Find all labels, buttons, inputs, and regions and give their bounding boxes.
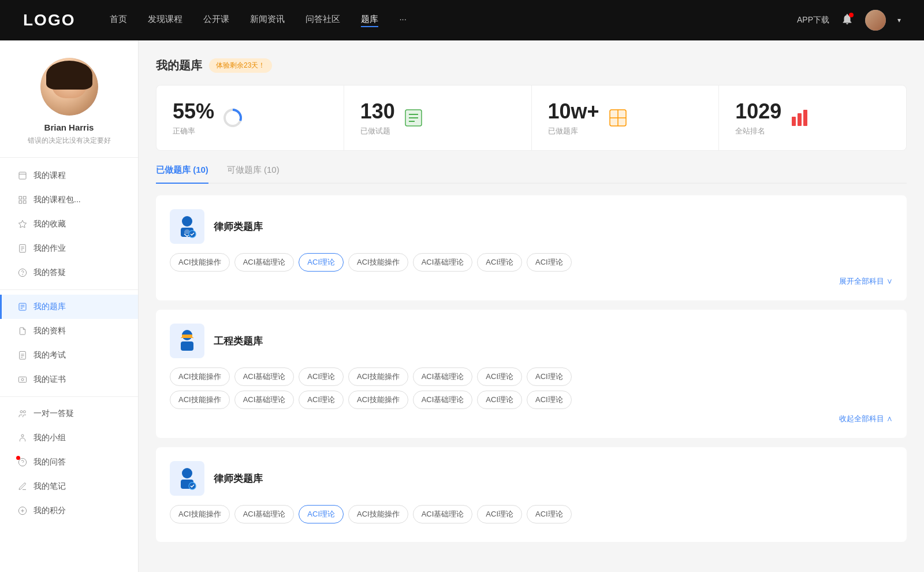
- tag-2-0[interactable]: ACI技能操作: [170, 367, 230, 386]
- tag-3-6[interactable]: ACI理论: [527, 505, 572, 523]
- sidebar-item-favorites[interactable]: 我的收藏: [0, 212, 138, 236]
- svg-rect-2: [19, 196, 22, 199]
- tag-3-0[interactable]: ACI技能操作: [170, 505, 230, 523]
- tag-2-1[interactable]: ACI基础理论: [234, 367, 295, 386]
- tag-2b-4[interactable]: ACI基础理论: [413, 391, 473, 409]
- tag-2b-1[interactable]: ACI基础理论: [234, 391, 295, 409]
- svg-point-26: [18, 458, 26, 466]
- tag-3-1[interactable]: ACI基础理论: [234, 505, 295, 523]
- stat-done-questions: 130 已做试题: [344, 86, 532, 150]
- nav-menu: 首页 发现课程 公开课 新闻资讯 问答社区 题库 ···: [110, 14, 797, 27]
- tab-available[interactable]: 可做题库 (10): [227, 165, 280, 183]
- lawyer-icon-1: [170, 209, 204, 244]
- tab-done[interactable]: 已做题库 (10): [156, 165, 208, 183]
- nav-open-course[interactable]: 公开课: [203, 14, 229, 27]
- sidebar-item-homework[interactable]: 我的作业: [0, 236, 138, 261]
- tag-1-2[interactable]: ACI理论: [299, 253, 344, 272]
- expand-link-1[interactable]: 展开全部科目 ∨: [170, 276, 893, 287]
- cert-icon: [17, 374, 28, 385]
- sidebar-item-qa[interactable]: 我的答疑: [0, 261, 138, 285]
- tag-2-6[interactable]: ACI理论: [527, 367, 572, 386]
- sidebar-item-quiz[interactable]: 我的题库: [0, 295, 138, 319]
- sidebar-item-package[interactable]: 我的课程包...: [0, 188, 138, 212]
- exam-icon: [17, 350, 28, 361]
- tag-2b-2[interactable]: ACI理论: [299, 391, 344, 409]
- homework-icon: [17, 243, 28, 254]
- user-dropdown-arrow[interactable]: ▾: [897, 16, 901, 24]
- file-icon: [17, 326, 28, 336]
- sidebar-item-cert[interactable]: 我的证书: [0, 367, 138, 392]
- tags-row-1: ACI技能操作 ACI基础理论 ACI理论 ACI技能操作 ACI基础理论 AC…: [170, 253, 893, 272]
- sidebar-item-points[interactable]: 我的积分: [0, 499, 138, 523]
- tag-2b-0[interactable]: ACI技能操作: [170, 391, 230, 409]
- quiz-title-3: 律师类题库: [214, 472, 263, 485]
- stat-value-done: 130: [360, 99, 395, 124]
- sidebar-item-exam[interactable]: 我的考试: [0, 343, 138, 367]
- quiz-section-engineer: 工程类题库 ACI技能操作 ACI基础理论 ACI理论 ACI技能操作 ACI基…: [156, 310, 907, 438]
- svg-rect-49: [181, 341, 193, 351]
- pie-chart-icon: [222, 107, 243, 128]
- svg-point-11: [18, 269, 26, 276]
- tag-1-0[interactable]: ACI技能操作: [170, 253, 230, 272]
- tag-1-4[interactable]: ACI基础理论: [413, 253, 473, 272]
- tag-2b-3[interactable]: ACI技能操作: [348, 391, 408, 409]
- sidebar-item-oneone[interactable]: 一对一答疑: [0, 402, 138, 426]
- nav-news[interactable]: 新闻资讯: [250, 14, 285, 27]
- navbar-right: APP下载 ▾: [797, 10, 901, 31]
- svg-marker-6: [18, 220, 26, 228]
- stat-label-quiz: 已做题库: [548, 126, 599, 136]
- tag-2-2[interactable]: ACI理论: [299, 367, 344, 386]
- tag-1-6[interactable]: ACI理论: [527, 253, 572, 272]
- stat-label-done: 已做试题: [360, 126, 395, 136]
- grid-icon: [608, 107, 628, 128]
- nav-quiz[interactable]: 题库: [361, 14, 378, 27]
- svg-rect-42: [798, 113, 802, 126]
- sidebar-item-data[interactable]: 我的资料: [0, 319, 138, 343]
- tag-3-3[interactable]: ACI技能操作: [348, 505, 408, 523]
- user-name: Brian Harris: [44, 122, 94, 132]
- points-icon: [17, 506, 28, 516]
- tag-1-5[interactable]: ACI理论: [477, 253, 522, 272]
- nav-home[interactable]: 首页: [110, 14, 127, 27]
- sidebar-item-qanda[interactable]: 我的问答: [0, 450, 138, 474]
- app-download[interactable]: APP下载: [797, 15, 829, 25]
- section-header: 我的题库 体验剩余23天！: [156, 58, 907, 73]
- collapse-link-2[interactable]: 收起全部科目 ∧: [170, 414, 893, 424]
- nav-qa[interactable]: 问答社区: [305, 14, 340, 27]
- svg-point-51: [182, 468, 192, 478]
- nav-discover[interactable]: 发现课程: [148, 14, 182, 27]
- tag-2-3[interactable]: ACI技能操作: [348, 367, 408, 386]
- quiz-section-header-3: 律师类题库: [170, 461, 893, 496]
- tag-3-2[interactable]: ACI理论: [299, 505, 344, 523]
- sidebar-item-course[interactable]: 我的课程: [0, 164, 138, 188]
- tags-row-3: ACI技能操作 ACI基础理论 ACI理论 ACI技能操作 ACI基础理论 AC…: [170, 505, 893, 523]
- stats-row: 55% 正确率 130 已做试题: [156, 85, 907, 151]
- qa-dot: [16, 456, 20, 460]
- stat-done-quiz: 10w+ 已做题库: [532, 86, 720, 150]
- user-avatar-nav[interactable]: [865, 10, 886, 31]
- lawyer-icon-2: [170, 461, 204, 496]
- svg-rect-17: [20, 351, 26, 359]
- sidebar-item-group[interactable]: 我的小组: [0, 426, 138, 450]
- sidebar-item-notes[interactable]: 我的笔记: [0, 474, 138, 499]
- tag-3-4[interactable]: ACI基础理论: [413, 505, 473, 523]
- tag-1-3[interactable]: ACI技能操作: [348, 253, 408, 272]
- tag-2b-6[interactable]: ACI理论: [527, 391, 572, 409]
- tag-1-1[interactable]: ACI基础理论: [234, 253, 295, 272]
- note-icon: [17, 481, 28, 492]
- svg-point-44: [182, 216, 192, 226]
- tag-2-5[interactable]: ACI理论: [477, 367, 522, 386]
- tag-2-4[interactable]: ACI基础理论: [413, 367, 473, 386]
- quiz-section-lawyer-1: 律师类题库 ACI技能操作 ACI基础理论 ACI理论 ACI技能操作 ACI基…: [156, 195, 907, 300]
- tag-3-5[interactable]: ACI理论: [477, 505, 522, 523]
- tabs-row: 已做题库 (10) 可做题库 (10): [156, 165, 907, 184]
- tag-2b-5[interactable]: ACI理论: [477, 391, 522, 409]
- notification-dot: [849, 13, 854, 17]
- user-profile: Brian Harris 错误的决定比没有决定要好: [0, 58, 138, 158]
- page-wrapper: Brian Harris 错误的决定比没有决定要好 我的课程 我的课程包...: [0, 40, 924, 572]
- nav-more[interactable]: ···: [399, 14, 407, 27]
- notification-bell[interactable]: [841, 13, 854, 28]
- svg-point-25: [21, 434, 24, 437]
- svg-rect-0: [19, 172, 26, 179]
- svg-rect-21: [18, 377, 26, 382]
